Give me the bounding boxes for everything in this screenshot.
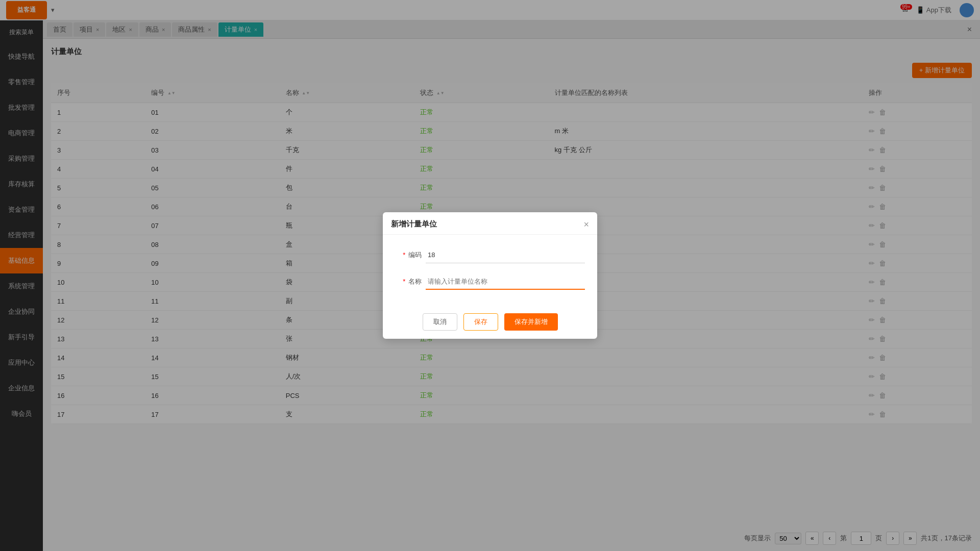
- add-unit-modal: 新增计量单位 × * 编码 * 名称 取消 保存 保存并新增: [383, 212, 597, 339]
- form-item-code: * 编码: [395, 247, 585, 263]
- modal-footer: 取消 保存 保存并新增: [383, 308, 597, 339]
- save-and-new-button[interactable]: 保存并新增: [504, 313, 558, 331]
- cancel-button[interactable]: 取消: [423, 313, 457, 331]
- code-label-text: 编码: [408, 251, 422, 259]
- name-input[interactable]: [426, 273, 585, 290]
- modal-overlay[interactable]: 新增计量单位 × * 编码 * 名称 取消 保存 保存并新增: [0, 0, 980, 551]
- modal-title: 新增计量单位: [391, 219, 437, 229]
- form-label-code: * 编码: [395, 251, 426, 260]
- form-item-name: * 名称: [395, 273, 585, 290]
- name-label-text: 名称: [408, 278, 422, 285]
- required-mark-code: *: [403, 251, 405, 259]
- code-input[interactable]: [426, 247, 585, 263]
- modal-body: * 编码 * 名称: [383, 235, 597, 308]
- required-mark-name: *: [403, 278, 405, 285]
- modal-close-btn[interactable]: ×: [583, 220, 589, 229]
- modal-header: 新增计量单位 ×: [383, 212, 597, 235]
- form-label-name: * 名称: [395, 277, 426, 286]
- save-button[interactable]: 保存: [463, 313, 498, 331]
